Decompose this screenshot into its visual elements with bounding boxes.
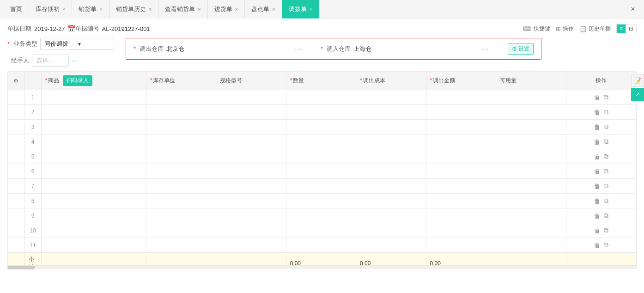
row-available-3[interactable] [496, 120, 566, 134]
row-product-6[interactable] [41, 164, 146, 179]
copy-icon-1[interactable]: ⧉ [604, 93, 608, 101]
tab-close-stocktake[interactable]: × [272, 6, 275, 12]
copy-icon-8[interactable]: ⧉ [604, 197, 608, 205]
tab-sales-order[interactable]: 销货单 × [72, 0, 109, 18]
row-amount-9[interactable] [426, 208, 496, 223]
delete-icon-8[interactable]: 🗑 [594, 197, 600, 205]
tab-inventory-init[interactable]: 库存期初 × [29, 0, 72, 18]
row-unit-1[interactable] [146, 90, 216, 105]
delete-icon-10[interactable]: 🗑 [594, 227, 600, 234]
row-amount-1[interactable] [426, 90, 496, 105]
right-panel-expand-button[interactable]: ↗ [631, 88, 644, 101]
row-cost-6[interactable] [356, 164, 426, 179]
row-amount-11[interactable] [426, 238, 496, 253]
row-qty-5[interactable] [286, 149, 356, 164]
copy-icon-3[interactable]: ⧉ [604, 123, 608, 131]
row-product-1[interactable] [41, 90, 146, 105]
business-type-select[interactable]: 同价调拨 ▼ [40, 38, 114, 50]
scroll-thumb[interactable] [7, 266, 35, 269]
row-unit-4[interactable] [146, 134, 216, 149]
view-grid-button[interactable]: ⊟ [626, 24, 636, 33]
row-unit-10[interactable] [146, 223, 216, 238]
row-amount-8[interactable] [426, 194, 496, 208]
row-amount-6[interactable] [426, 164, 496, 179]
row-cost-4[interactable] [356, 134, 426, 149]
row-spec-6[interactable] [216, 164, 286, 179]
warehouse-in-value[interactable]: 上海仓 [353, 45, 475, 53]
row-unit-3[interactable] [146, 120, 216, 134]
row-qty-4[interactable] [286, 134, 356, 149]
row-qty-8[interactable] [286, 194, 356, 208]
warehouse-out-more-button[interactable]: ··· [291, 45, 305, 53]
row-available-1[interactable] [496, 90, 566, 105]
warehouse-in-more-button[interactable]: ··· [478, 45, 492, 53]
row-unit-8[interactable] [146, 194, 216, 208]
row-cost-11[interactable] [356, 238, 426, 253]
row-spec-5[interactable] [216, 149, 286, 164]
row-cost-1[interactable] [356, 90, 426, 105]
date-value[interactable]: 2019-12-27 [34, 25, 65, 32]
row-unit-5[interactable] [146, 149, 216, 164]
copy-icon-7[interactable]: ⧉ [604, 182, 608, 190]
view-list-button[interactable]: ≡ [617, 24, 626, 33]
tab-stocktake[interactable]: 盘点单 × [245, 0, 282, 18]
row-available-6[interactable] [496, 164, 566, 179]
close-all-tabs-button[interactable]: × [626, 2, 640, 17]
row-unit-2[interactable] [146, 105, 216, 120]
row-qty-10[interactable] [286, 223, 356, 238]
row-product-2[interactable] [41, 105, 146, 120]
tab-close-purchase[interactable]: × [235, 6, 238, 12]
row-product-3[interactable] [41, 120, 146, 134]
copy-icon-9[interactable]: ⧉ [604, 212, 608, 220]
shortcut-button[interactable]: ⌨ 快捷键 [523, 25, 550, 33]
delete-icon-5[interactable]: 🗑 [594, 153, 600, 160]
row-available-8[interactable] [496, 194, 566, 208]
delete-icon-4[interactable]: 🗑 [594, 138, 600, 146]
row-product-7[interactable] [41, 179, 146, 194]
setting-button[interactable]: ⚙ 设置 [508, 43, 534, 55]
row-amount-7[interactable] [426, 179, 496, 194]
row-unit-6[interactable] [146, 164, 216, 179]
row-cost-10[interactable] [356, 223, 426, 238]
delete-icon-2[interactable]: 🗑 [594, 109, 600, 116]
row-spec-11[interactable] [216, 238, 286, 253]
copy-icon-5[interactable]: ⧉ [604, 153, 608, 160]
row-spec-7[interactable] [216, 179, 286, 194]
row-available-11[interactable] [496, 238, 566, 253]
col-settings-header[interactable]: ⚙ [8, 72, 24, 90]
delete-icon-7[interactable]: 🗑 [594, 183, 600, 190]
row-cost-7[interactable] [356, 179, 426, 194]
scan-button[interactable]: 扫码录入 [63, 75, 92, 86]
row-unit-9[interactable] [146, 208, 216, 223]
copy-icon-10[interactable]: ⧉ [604, 226, 608, 234]
copy-icon-2[interactable]: ⧉ [604, 108, 608, 116]
row-spec-4[interactable] [216, 134, 286, 149]
tab-transfer[interactable]: 调拨单 × [282, 0, 319, 18]
row-amount-5[interactable] [426, 149, 496, 164]
row-product-9[interactable] [41, 208, 146, 223]
row-available-2[interactable] [496, 105, 566, 120]
row-available-9[interactable] [496, 208, 566, 223]
person-more-button[interactable]: ··· [72, 57, 77, 64]
tab-close-inventory-init[interactable]: × [62, 6, 65, 12]
tab-sales-history[interactable]: 销货单历史 × [109, 0, 158, 18]
row-qty-2[interactable] [286, 105, 356, 120]
row-spec-2[interactable] [216, 105, 286, 120]
row-cost-3[interactable] [356, 120, 426, 134]
copy-icon-4[interactable]: ⧉ [604, 138, 608, 146]
tab-home[interactable]: 首页 [4, 0, 29, 18]
row-product-10[interactable] [41, 223, 146, 238]
row-product-8[interactable] [41, 194, 146, 208]
delete-icon-6[interactable]: 🗑 [594, 168, 600, 175]
right-panel-notes-button[interactable]: 📝 [631, 74, 644, 87]
row-product-4[interactable] [41, 134, 146, 149]
row-qty-1[interactable] [286, 90, 356, 105]
tab-close-view-sales[interactable]: × [198, 6, 200, 12]
row-available-4[interactable] [496, 134, 566, 149]
row-product-5[interactable] [41, 149, 146, 164]
row-amount-4[interactable] [426, 134, 496, 149]
row-unit-7[interactable] [146, 179, 216, 194]
tab-purchase[interactable]: 进货单 × [208, 0, 245, 18]
row-cost-2[interactable] [356, 105, 426, 120]
history-button[interactable]: 📋 历史单据 [579, 25, 611, 33]
